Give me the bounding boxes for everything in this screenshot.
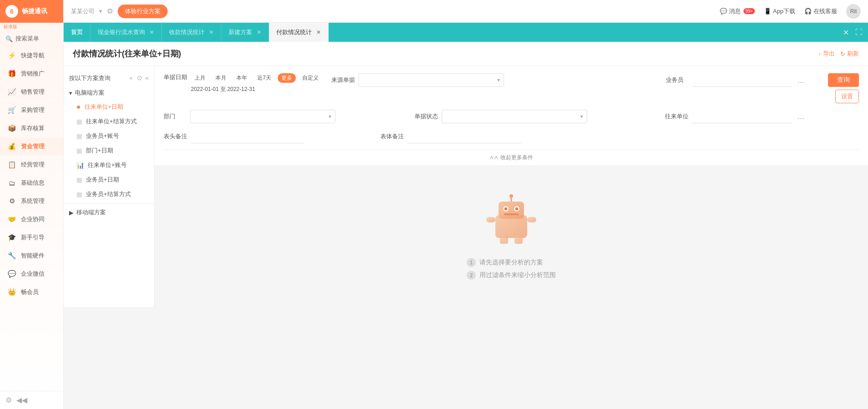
collapse-filter-bar[interactable]: ∧∧ 收起更多条件 [164,150,859,165]
trial-button[interactable]: 体验行业方案 [118,5,168,18]
date-option-last-month[interactable]: 上月 [191,73,209,83]
sales-icon: 📈 [7,87,16,96]
sidebar-item-member[interactable]: 👑 畅会员 [0,283,63,301]
scheme-item-agent-date[interactable]: ▦ 业务员+日期 [64,172,154,187]
settings-bottom-icon[interactable]: ⚙ [5,396,12,404]
sidebar-item-finance[interactable]: 💰 资金管理 [0,137,63,156]
sidebar-item-guide[interactable]: 🎓 新手引导 [0,228,63,247]
guide-icon: 🎓 [7,233,16,242]
note-body-input[interactable] [408,130,521,143]
dept-select[interactable]: ▾ [190,110,335,123]
status-label: 单据状态 [414,112,438,121]
sidebar-item-quick-nav[interactable]: ⚡ 快捷导航 [0,46,63,65]
agent-input[interactable] [692,73,792,87]
date-option-7days[interactable]: 近7天 [254,73,275,83]
sidebar-item-purchase[interactable]: 🛒 采购管理 [0,101,63,119]
empty-tip-2: 2 用过滤条件来缩小分析范围 [467,271,556,280]
agent-filter: 业务员 ... [666,73,804,87]
date-option-this-month[interactable]: 本月 [212,73,230,83]
partner-dots[interactable]: ... [798,112,804,121]
tab-payment-close[interactable]: ✕ [316,29,321,35]
sidebar-item-hardware[interactable]: 🔧 智能硬件 [0,247,63,265]
pc-group-title[interactable]: ▾ 电脑端方案 [64,86,154,100]
tab-new-scheme-close[interactable]: ✕ [257,29,261,35]
tab-close-all-icon[interactable]: ✕ [841,26,851,39]
pc-group-label: 电脑端方案 [75,89,105,97]
app-label: App下载 [773,7,795,15]
export-button[interactable]: ↑ 导出 [818,50,835,58]
svg-rect-12 [514,236,523,244]
tab-receipt-close[interactable]: ✕ [209,29,214,35]
page-title: 付款情况统计(往来单位+日期) [73,48,181,59]
query-button[interactable]: 查询 [828,73,859,87]
tab-bank-label: 现金银行流水查询 [98,28,145,36]
tab-payment[interactable]: 付款情况统计 ✕ [269,23,329,42]
account-dropdown-icon[interactable]: ▾ [99,8,102,15]
sidebar-item-label: 系统管理 [21,197,45,205]
app-icon: 📱 [764,8,771,15]
hardware-icon: 🔧 [7,251,16,260]
filter-settings-button[interactable]: 设置 [835,90,859,103]
scheme-item-agent-settle[interactable]: ▦ 业务员+结算方式 [64,187,154,202]
collapse-sidebar-icon[interactable]: ◀◀ [16,396,27,404]
active-scheme-icon: ● [76,103,81,111]
add-scheme-icon[interactable]: ＋ [128,74,134,82]
sidebar-item-inventory[interactable]: 📦 库存核算 [0,119,63,137]
agent-label: 业务员 [666,76,688,84]
app-download-btn[interactable]: 📱 App下载 [764,7,795,15]
collapse-panel-icon[interactable]: « [145,74,149,82]
scheme-item-partner-account[interactable]: 📊 往来单位+账号 [64,158,154,172]
avatar[interactable]: Rit [846,4,861,19]
scheme-item-partner-date[interactable]: ● 往来单位+日期 [64,100,154,114]
sidebar-item-sales[interactable]: 📈 销售管理 [0,83,63,101]
tab-home[interactable]: 首页 [64,23,90,42]
mobile-scheme-group: ▶ 移动端方案 [64,206,154,219]
scheme-item-dept-date[interactable]: ▦ 部门+日期 [64,143,154,158]
export-label: 导出 [823,50,835,58]
date-option-more[interactable]: 更多 [278,73,296,83]
refresh-button[interactable]: ↻ 刷新 [840,50,859,58]
search-icon: 🔍 [5,35,13,42]
tab-bank-close[interactable]: ✕ [150,29,154,35]
sidebar-item-marketing[interactable]: 🎁 营销推广 [0,65,63,83]
account-name: 某某公司 [71,7,95,15]
sidebar-menu: ⚡ 快捷导航 🎁 营销推广 📈 销售管理 🛒 采购管理 📦 库存核算 💰 资金管… [0,46,63,391]
tab-fullscreen-icon[interactable]: ⛶ [853,26,864,38]
sidebar-bottom: ⚙ ◀◀ [0,391,63,409]
logo-icon: 6 [5,5,18,18]
message-btn[interactable]: 💬 消息 99+ [720,7,755,15]
note-header-input[interactable] [191,130,304,143]
export-icon: ↑ [818,50,822,57]
sidebar-item-system[interactable]: ⚙ 系统管理 [0,192,63,210]
scheme-icon-6: ▦ [76,191,82,198]
scheme-item-label: 业务员+日期 [86,176,119,184]
note-body-label: 表体备注 [380,132,404,141]
sidebar-item-basic[interactable]: 🗂 基础信息 [0,174,63,192]
agent-dots[interactable]: ... [798,76,804,85]
topbar-settings-icon[interactable]: ⚙ [107,7,113,15]
scheme-item-agent-account[interactable]: ▦ 业务员+账号 [64,129,154,143]
sidebar-item-enterprise[interactable]: 🤝 企业协同 [0,210,63,228]
logo-name: 畅捷通讯 [22,7,47,15]
partner-input[interactable] [692,110,792,123]
tab-bank[interactable]: 现金银行流水查询 ✕ [90,23,162,42]
tip-text-2: 用过滤条件来缩小分析范围 [479,271,556,279]
scheme-item-partner-settle[interactable]: ▦ 往来单位+结算方式 [64,114,154,129]
left-panel: 按以下方案查询 ＋ ⊙ « ▾ 电脑端方案 ● 往来单位+日期 [64,66,155,307]
source-select[interactable]: ▾ [359,73,504,87]
date-option-custom[interactable]: 自定义 [299,73,322,83]
service-btn[interactable]: 🎧 在线客服 [804,7,837,15]
member-icon: 👑 [7,288,16,297]
mobile-group-title[interactable]: ▶ 移动端方案 [64,206,154,219]
tab-receipt[interactable]: 收款情况统计 ✕ [162,23,221,42]
sidebar-item-operation[interactable]: 📋 经营管理 [0,156,63,174]
dept-filter: 部门 ▾ [164,110,405,123]
sidebar-item-wechat[interactable]: 💬 企业微信 [0,265,63,283]
svg-point-5 [515,207,518,210]
date-option-this-year[interactable]: 本年 [233,73,251,83]
sidebar-search[interactable]: 🔍 搜索菜单 [0,31,63,46]
status-select[interactable]: ▾ [442,110,587,123]
scheme-item-label: 往来单位+日期 [85,103,124,111]
scheme-settings-icon[interactable]: ⊙ [137,74,142,82]
tab-new-scheme[interactable]: 新建方案 ✕ [221,23,269,42]
